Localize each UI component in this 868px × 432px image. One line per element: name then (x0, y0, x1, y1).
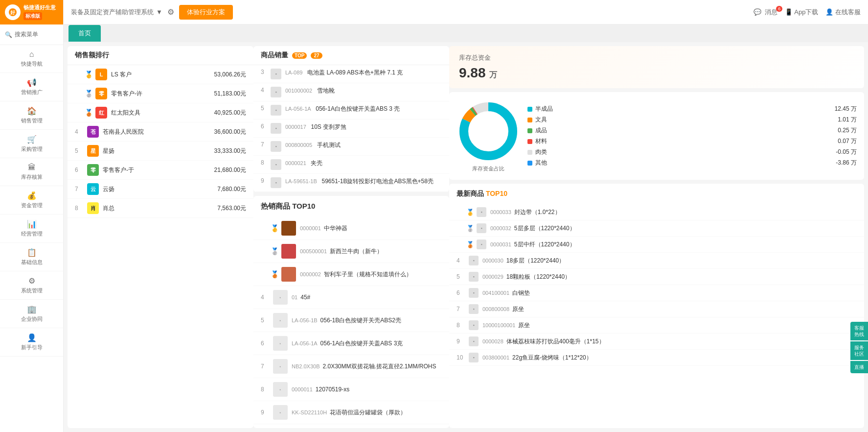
product-sales-header: 商品销量 TOP 27 (253, 46, 449, 65)
legend-dot-stationery (527, 118, 532, 122)
rank-name: 苍南县人民医院 (103, 128, 214, 136)
float-btn-live[interactable]: 直播 (850, 361, 868, 373)
latest-product-name: 22g鱼豆腐-烧烤味（1*12*20） (512, 354, 592, 362)
latest-rank: 8 (457, 322, 466, 329)
customer-rank-item: 🥉 红 红太阳文具 40,925.00元 (68, 103, 253, 122)
rank-amount: 33,333.00元 (214, 147, 246, 155)
hot-product-name: 智利车子里（规格不知道填什么） (324, 270, 412, 279)
product-sales-panel: 商品销量 TOP 27 3 ▪ LA-089 电池盖 LA-089 ABS本色+… (253, 46, 449, 192)
sidebar-item-purchase[interactable]: 🛒 采购管理 (0, 130, 63, 158)
latest-product-name: 5层中纤（1220*2440） (514, 240, 575, 249)
product-info: 0000021 夹壳 (285, 159, 442, 168)
tab-home[interactable]: 首页 (69, 25, 101, 42)
sidebar-nav: ⌂ 快捷导航 📢 营销推广 🏠 销售管理 🛒 采购管理 🏛 库存核算 💰 资金管… (0, 45, 63, 432)
legend-name-2: 成品 (535, 126, 835, 135)
product-icon: ▪ (271, 69, 281, 79)
rank-avatar: 零 (95, 88, 107, 99)
search-icon: 🔍 (5, 31, 12, 38)
float-btn-service[interactable]: 客服热线 (850, 322, 868, 340)
rank-avatar: 肖 (87, 202, 99, 214)
product-code: 001000002 (285, 88, 312, 94)
sidebar-item-quicknav[interactable]: ⌂ 快捷导航 (0, 45, 63, 73)
product-image: ▪ (273, 290, 288, 305)
customer-rank-item: 8 肖 肖总 7,563.00元 (68, 199, 253, 218)
hot-product-item: 7 ▪ NB2.0X30B 2.0X30MM双搓花轴.搓花直径2.1MM/ROH… (253, 355, 449, 378)
hot-product-name: 花语萌但温分罐罐袋（厚款） (330, 408, 406, 417)
latest-product-name: 原坐 (512, 305, 524, 313)
latest-product-code: 000800008 (482, 306, 509, 312)
latest-product-code: 10000100001 (482, 322, 515, 328)
app-download-section[interactable]: 📱 App下载 (785, 8, 818, 17)
marketing-label: 营销推广 (21, 89, 43, 96)
service-icon: 👤 (825, 8, 833, 16)
sidebar-item-marketing[interactable]: 📢 营销推广 (0, 73, 63, 101)
product-info: LA-59651-1B 59651-1B旋转投影灯电池盒ABS黑色+58壳 (285, 177, 442, 186)
latest-product-item: 6 ▪ 004100001 白钢垫 (449, 285, 864, 301)
system-icon: ⚙ (28, 276, 35, 286)
sidebar-item-operations[interactable]: 📊 经营管理 (0, 215, 63, 243)
rank-name: 肖总 (103, 204, 217, 213)
sidebar-item-sales[interactable]: 🏠 销售管理 (0, 101, 63, 130)
rank-avatar: 红 (95, 107, 107, 119)
purchase-icon: 🛒 (27, 135, 37, 144)
rank-amount: 21,680.00元 (214, 166, 246, 174)
latest-product-name: 封边带（1.0*22） (514, 208, 561, 216)
legend-dot-other (527, 161, 532, 166)
legend-dot-semifinished (527, 107, 532, 112)
product-rank-number: 3 (261, 69, 271, 75)
hot-product-medal: 🥈 (271, 247, 279, 255)
rank-number: 7 (75, 186, 85, 192)
sidebar-item-system[interactable]: ⚙ 系统管理 (0, 271, 63, 300)
hot-product-rank: 8 (261, 386, 271, 393)
hot-product-code: LA-056-1A (292, 340, 318, 346)
inventory-unit: 万 (489, 71, 497, 79)
rank-amount: 36,600.00元 (214, 128, 246, 136)
online-service-section[interactable]: 👤 在线客服 (825, 8, 861, 17)
messages-section[interactable]: 💬 6 消息 (754, 8, 778, 17)
hot-products-header: 热销商品 TOP10 (253, 196, 449, 217)
latest-product-code: 0000029 (482, 274, 503, 280)
sidebar-item-inventory[interactable]: 🏛 库存核算 (0, 158, 63, 186)
search-menu-button[interactable]: 🔍 搜索菜单 (5, 28, 58, 41)
latest-medal: 🥈 (466, 225, 474, 232)
hot-product-item: 8 ▪ 0000011 12070519-xs (253, 378, 449, 401)
system-title: 装备及固定资产辅助管理系统 (71, 8, 154, 17)
rank-medal: 🥇 (85, 71, 93, 78)
sidebar-item-finance[interactable]: 💰 资金管理 (0, 186, 63, 215)
product-icon: ▪ (271, 177, 281, 188)
legend-item-material: 材料 0.07 万 (527, 137, 857, 145)
product-info: LA-056-1A 056-1A白色按键开关盖ABS 3 壳 (285, 105, 442, 113)
latest-product-name: 18颗粒板（1220*2440） (506, 273, 571, 281)
donut-chart-container: 库存资金占比 (457, 99, 520, 172)
quicknav-label: 快捷导航 (21, 60, 43, 68)
product-name: 59651-1B旋转投影灯电池盒ABS黑色+58壳 (321, 178, 433, 185)
sidebar-logo: 好 畅捷通好生意 标准版 (0, 0, 63, 24)
sidebar-item-enterprise[interactable]: 🏢 企业协同 (0, 300, 63, 328)
product-info: LA-089 电池盖 LA-089 ABS本色+黑种 7.1 克 (285, 69, 442, 77)
hot-product-code: LA-056-1B (292, 317, 318, 323)
latest-product-icon: ▪ (469, 336, 479, 346)
latest-product-icon: ▪ (469, 304, 479, 314)
latest-product-item: 🥈 ▪ 0000032 5层多层（1220*2440） (449, 220, 864, 237)
rank-name: LS 客户 (111, 71, 214, 79)
product-image (281, 221, 296, 236)
system-selector[interactable]: 装备及固定资产辅助管理系统 ▼ (71, 8, 162, 17)
hot-product-rank: 7 (261, 363, 271, 370)
product-image: ▪ (273, 336, 288, 351)
search-menu-label: 搜索菜单 (15, 30, 38, 39)
sidebar-item-newbie[interactable]: 👤 新手引导 (0, 328, 63, 357)
sidebar-item-basic[interactable]: 📋 基础信息 (0, 243, 63, 271)
product-icon: ▪ (271, 141, 281, 152)
rank-number: 8 (75, 205, 85, 212)
trial-button[interactable]: 体验行业方案 (179, 5, 233, 20)
float-btn-community[interactable]: 服务社区 (850, 341, 868, 360)
legend-dot-finished (527, 128, 532, 133)
legend-name-5: 其他 (535, 159, 833, 167)
legend-name-3: 材料 (535, 137, 835, 145)
hot-products-list: 🥇 0000001 中华神器 🥈 000500001 新西兰牛肉（新牛） 🥉 0… (253, 217, 449, 424)
settings-icon[interactable]: ⚙ (167, 7, 174, 17)
chart-label: 库存资金占比 (472, 165, 504, 172)
legend-name-0: 半成品 (535, 105, 832, 113)
latest-products-header: 最新商品 TOP10 (449, 184, 864, 204)
inventory-amount: 9.88 (459, 65, 486, 80)
